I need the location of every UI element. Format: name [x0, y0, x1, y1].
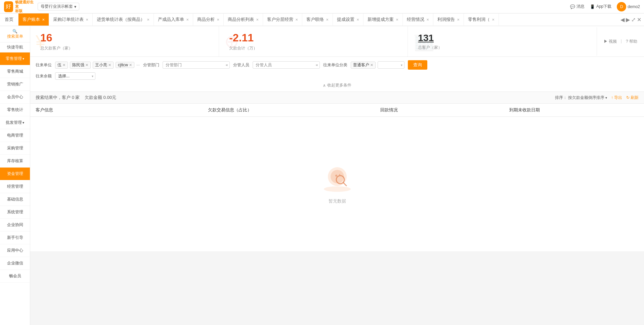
sidebar-item-purchasing[interactable]: 采购管理 [0, 142, 30, 155]
tab-expand-icon[interactable]: ⤢ [631, 16, 636, 23]
tab-purchase-order-stats[interactable]: 采购订单统计表 ✕ [49, 13, 93, 26]
filter-dept-label: 分管部门 [143, 62, 159, 68]
svg-point-0 [324, 186, 351, 192]
tab-commission-settings[interactable]: 提成设置 ✕ [333, 13, 363, 26]
tab-customer-ledger[interactable]: 客户账本 ✕ [18, 13, 49, 26]
sidebar-item-finance[interactable]: 资金管理 [0, 168, 30, 180]
tab-product-analysis[interactable]: 商品分析 ✕ [193, 13, 224, 26]
close-tab-profit[interactable]: ✕ [457, 18, 460, 22]
sidebar-item-ecommerce[interactable]: 电商管理 [0, 129, 30, 142]
sidebar-item-member[interactable]: 畅会员 [0, 270, 30, 283]
tab-home[interactable]: 首页 [0, 13, 18, 26]
sidebar-item-member-center[interactable]: 会员中心 [0, 91, 30, 104]
collapse-button[interactable]: ∧ 收起更多条件 [323, 82, 351, 88]
export-button[interactable]: ↑ 导出 [611, 95, 622, 101]
filter-dept-input[interactable] [163, 61, 230, 69]
stat-video-help: ▶ 视频 | ? 帮助 [597, 33, 644, 50]
tab-product-inbound[interactable]: 产成品入库单 ✕ [154, 13, 193, 26]
remove-tag-wang[interactable]: ✕ [108, 63, 111, 67]
remove-tag-chen[interactable]: ✕ [85, 63, 88, 67]
play-icon: ▶ [604, 39, 608, 44]
sidebar-item-enterprise-collab[interactable]: 企业协同 [0, 219, 30, 231]
tab-customer-contact[interactable]: 客户联络 ✕ [302, 13, 333, 26]
close-tab-business[interactable]: ✕ [426, 18, 429, 22]
close-tab-customer-tier[interactable]: ✕ [295, 18, 298, 22]
workspace-selector[interactable]: 母婴行业演示帐套 ▾ [38, 3, 79, 10]
sidebar-item-retail-stats[interactable]: 零售统计 [0, 104, 30, 116]
refresh-button[interactable]: ↻ 刷新 [626, 95, 639, 101]
sidebar-search[interactable]: 🔍 搜索菜单 [0, 26, 30, 42]
refresh-icon: ↻ [626, 95, 630, 100]
filter-balance-label: 往来余额 [36, 73, 52, 79]
sidebar-item-basic-info[interactable]: 基础信息 [0, 193, 30, 206]
filter-dept-wrapper: ··· [163, 61, 230, 69]
close-tab-customer-contact[interactable]: ✕ [326, 18, 329, 22]
close-tab-commission[interactable]: ✕ [356, 18, 359, 22]
tab-controls: ◀ ▶ ⤢ ✕ [618, 16, 644, 23]
filter-person-input[interactable] [253, 61, 320, 69]
sidebar-item-app-center[interactable]: 应用中心 [0, 244, 30, 257]
table-body: 暂无数据 [30, 117, 644, 251]
balance-select[interactable]: 选择... [55, 72, 95, 80]
tab-prev-icon[interactable]: ◀ [620, 16, 625, 23]
help-icon: ? [626, 39, 628, 44]
remove-tag-normal-customer[interactable]: ✕ [370, 63, 373, 67]
close-tab-product-analysis-list[interactable]: ✕ [256, 18, 259, 22]
filter-tag-chen: 陈民强 ✕ [70, 62, 91, 69]
app-download-button[interactable]: 📱 App下载 [590, 4, 611, 9]
video-button[interactable]: ▶ 视频 [604, 39, 617, 44]
close-tab-purchase-stats[interactable]: ✕ [147, 18, 149, 22]
tab-purchase-stats-by-product[interactable]: 进货单统计表（按商品） ✕ [93, 13, 154, 26]
sidebar-item-operations[interactable]: 经营管理 [0, 180, 30, 193]
main-layout: 🔍 搜索菜单 快捷导航 零售管理 ▾ 零售商城 营销推广 会员中心 零售统计 批… [0, 26, 644, 325]
sidebar-item-system[interactable]: 系统管理 [0, 206, 30, 219]
remove-tag-wu[interactable]: ✕ [62, 63, 66, 67]
filter-unit-label: 往来单位 [36, 62, 52, 68]
close-tab-customer-ledger[interactable]: ✕ [42, 18, 45, 22]
sidebar-item-newbie-guide[interactable]: 新手引导 [0, 231, 30, 244]
close-tab-new-commission[interactable]: ✕ [396, 18, 398, 22]
unit-category-select-wrapper [378, 61, 404, 69]
filter-person-wrapper: ··· [253, 61, 320, 69]
sidebar-item-retail-mall[interactable]: 零售商城 [0, 65, 30, 78]
help-button[interactable]: ? 帮助 [626, 39, 637, 44]
balance-select-wrapper: 选择... [55, 72, 95, 80]
sidebar-item-enterprise-wechat[interactable]: 企业微信 [0, 257, 30, 270]
nav-tabs: 首页 客户账本 ✕ 采购订单统计表 ✕ 进货单统计表（按商品） ✕ 产成品入库单… [0, 13, 644, 26]
tab-business-status[interactable]: 经营情况 ✕ [403, 13, 433, 26]
close-tab-retail-profit[interactable]: ✕ [492, 18, 495, 22]
tab-new-commission-plan[interactable]: 新增提成方案 ✕ [363, 13, 403, 26]
sort-selector[interactable]: 排序： 按欠款金额倒序排序 ▾ [555, 95, 607, 101]
tab-next-icon[interactable]: ▶ [626, 16, 630, 23]
tab-profit-report[interactable]: 利润报告 ✕ [433, 13, 464, 26]
stats-bar: ¥ 16 总欠款客户（家） ⊕ -2.11 欠款合计（万） 🏢 131 总客户（… [30, 26, 644, 57]
tab-customer-tier[interactable]: 客户分层经营 ✕ [263, 13, 302, 26]
svg-point-5 [335, 175, 337, 177]
sidebar-item-inventory[interactable]: 库存核算 [0, 155, 30, 168]
col-overdue-info: 欠款交易信息（占比） [208, 107, 380, 113]
remove-tag-cjttcw[interactable]: ✕ [129, 63, 132, 67]
unit-category-select[interactable] [378, 61, 404, 69]
sidebar-item-wholesale[interactable]: 批发管理 ▾ [0, 116, 30, 129]
stat-bg-icon-1: ¥ [36, 31, 45, 51]
message-button[interactable]: 💬 消息 [570, 4, 585, 9]
user-profile[interactable]: D demo2 [617, 2, 640, 11]
chevron-down-icon: ▾ [23, 121, 24, 124]
tab-product-analysis-list[interactable]: 商品分析列表 ✕ [224, 13, 263, 26]
filter-more-button[interactable]: ··· [136, 63, 140, 67]
sidebar-quick-nav[interactable]: 快捷导航 [0, 42, 30, 52]
filter-unit-tags: 伍 ✕ 陈民强 ✕ 王小亮 ✕ cjttcw ✕ ··· [55, 62, 140, 69]
close-tab-purchase-order[interactable]: ✕ [86, 18, 88, 22]
tab-retail-profit[interactable]: 零售利润（ ✕ [464, 13, 499, 26]
sidebar-item-marketing[interactable]: 营销推广 [0, 78, 30, 91]
close-tab-product-analysis[interactable]: ✕ [217, 18, 219, 22]
close-tab-product-inbound[interactable]: ✕ [186, 18, 189, 22]
sidebar-item-retail-management[interactable]: 零售管理 ▾ [0, 52, 30, 65]
filter-row-1: 往来单位 伍 ✕ 陈民强 ✕ 王小亮 ✕ cjttcw [36, 60, 639, 70]
query-button[interactable]: 查询 [408, 60, 427, 70]
tab-close-all-icon[interactable]: ✕ [637, 16, 641, 23]
empty-state: 暂无数据 [299, 144, 376, 224]
stat-overdue-total: ⊕ -2.11 欠款合计（万） [219, 26, 408, 57]
results-bar: 搜索结果中，客户 0 家 欠款金额 0.00元 排序： 按欠款金额倒序排序 ▾ … [30, 92, 644, 104]
avatar: D [617, 2, 626, 11]
